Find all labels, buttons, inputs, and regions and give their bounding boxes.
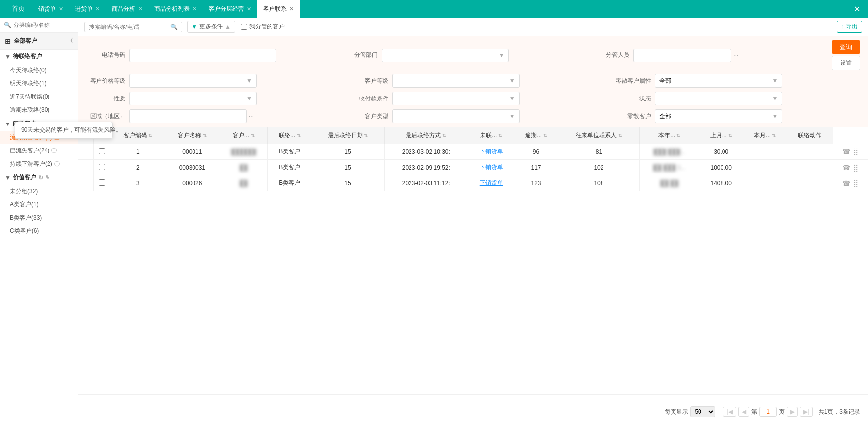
sidebar-item-declining[interactable]: 持续下滑客户(2) ⓘ [0,157,78,171]
row-checkbox[interactable] [99,148,105,154]
settings-button[interactable]: 设置 [832,56,860,70]
content-area: 🔍 ▼ 更多条件 ▲ 我分管的客户 ↑ 导出 [78,18,868,421]
chevron-down-icon: ▼ [772,95,778,102]
sidebar-item-today[interactable]: 今天待联络(0) [0,64,78,77]
row-last-contact-method[interactable]: 下销货单 [468,160,514,175]
nav-home[interactable]: 首页 [4,0,32,18]
main-search-input[interactable] [89,24,169,30]
refresh-icon[interactable]: ↻ [38,174,43,181]
nav-tab-5[interactable]: 客户联系 ✕ [257,0,300,18]
col-last-contact-date[interactable]: 最后联络日期 [312,127,384,144]
row-actions: ☎ ⣿ [833,144,868,160]
ellipsis-button[interactable]: ··· [733,52,738,59]
row-last-contact-method[interactable]: 下销货单 [468,144,514,160]
close-icon[interactable]: ✕ [193,6,197,12]
close-icon[interactable]: ✕ [59,6,63,12]
sidebar-item-churned[interactable]: 已流失客户(24) ⓘ [0,144,78,157]
close-icon[interactable]: ✕ [96,6,100,12]
sidebar-group-value[interactable]: ▼ 价值客户 ↻ ✎ [0,171,78,185]
dept-label: 分管部门 [338,51,378,59]
close-icon[interactable]: ✕ [289,6,294,12]
close-icon[interactable]: ✕ [138,6,143,12]
collapse-icon: 《 [67,37,73,45]
row-checkbox[interactable] [99,164,105,170]
sidebar-item-tomorrow[interactable]: 明天待联络(1) [0,77,78,90]
last-page-button[interactable]: ▶| [800,407,813,417]
chevron-down-icon: ▼ [246,77,252,84]
data-table-wrap: ⚙ 客户编码 客户名称 客户... 联络... 最后联络日期 最后联络方式 未联… [78,127,868,394]
col-linked-person[interactable]: 往来单位联系人 [558,127,640,144]
ellipsis-button[interactable]: ··· [249,113,254,120]
col-category[interactable]: 客户... [219,127,268,144]
contact-icon[interactable]: ☎ [842,164,850,172]
nav-tab-4[interactable]: 客户分层经营 ✕ [203,0,257,18]
row-checkbox[interactable] [99,179,105,186]
col-overdue[interactable]: 逾期... [514,127,558,144]
export-button[interactable]: ↑ 导出 [837,21,862,33]
more-action-icon[interactable]: ⣿ [853,179,858,187]
row-index: 3 [111,175,165,191]
col-unlinked-days[interactable]: 未联... [468,127,514,144]
zero-attr-select[interactable]: 全部 ▼ [655,74,782,88]
col-last-contact-method[interactable]: 最后联络方式 [384,127,468,144]
row-category: B类客户 [268,175,312,191]
sidebar-all-customers[interactable]: ⊞ 全部客户 《 [0,33,78,50]
region-input[interactable] [129,109,247,123]
col-last-month[interactable]: 上月... [699,127,743,144]
sidebar-search-input[interactable] [13,22,78,28]
row-contact-count: 15 [312,144,384,160]
payment-select[interactable]: ▼ [392,92,520,105]
next-page-button[interactable]: ▶ [787,407,798,417]
manager-input[interactable] [633,49,731,62]
sidebar-item-overdue-contact[interactable]: 逾期未联络(30) [0,103,78,117]
nav-tab-3[interactable]: 商品分析列表 ✕ [148,0,203,18]
more-conditions-button[interactable]: ▼ 更多条件 ▲ [187,21,235,33]
col-name[interactable]: 客户名称 [165,127,219,144]
contact-icon[interactable]: ☎ [842,148,850,155]
more-action-icon[interactable]: ⣿ [853,148,858,155]
first-page-button[interactable]: |◀ [723,407,736,417]
sidebar-item-ungrouped[interactable]: 未分组(32) [0,185,78,198]
page-number-input[interactable] [759,407,777,417]
col-cur-month[interactable]: 本月... [743,127,787,144]
prev-page-button[interactable]: ◀ [738,407,749,417]
query-button[interactable]: 查询 [832,40,860,54]
chevron-down-icon: ▼ [509,95,515,102]
page-size-label: 每页显示 [665,408,688,416]
pagination: 每页显示 50 100 200 |◀ ◀ 第 页 ▶ ▶| 共1页，3条记录 [78,402,868,421]
chevron-down-icon: ▼ [772,77,778,84]
nav-tab-0[interactable]: 销货单 ✕ [32,0,69,18]
phone-input[interactable] [129,49,276,62]
my-customers-checkbox[interactable] [241,24,247,30]
page-size-select[interactable]: 50 100 200 [690,406,715,417]
customer-type-select[interactable]: ▼ [392,109,520,123]
col-contact-count[interactable]: 联络... [268,127,312,144]
dept-select[interactable]: ▼ [382,49,509,62]
grade-select[interactable]: ▼ [392,74,520,88]
row-code: 000011 [165,144,219,160]
sidebar-item-class-a[interactable]: A类客户(1) [0,198,78,211]
sidebar-item-class-c[interactable]: C类客户(6) [0,224,78,238]
filter-row-1: 电话号码 分管部门 ▼ 分管人员 ··· [86,40,860,70]
window-close-button[interactable]: ✕ [850,4,864,14]
more-action-icon[interactable]: ⣿ [853,164,858,172]
sidebar-item-7days[interactable]: 近7天待联络(0) [0,90,78,103]
search-button[interactable]: 🔍 [170,24,178,30]
contact-icon[interactable]: ☎ [842,179,850,187]
col-year-amount[interactable]: 本年... [640,127,699,144]
sidebar-group-pending[interactable]: ▼ 待联络客户 [0,50,78,64]
price-grade-select[interactable]: ▼ [129,74,257,88]
nav-tab-2[interactable]: 商品分析 ✕ [106,0,148,18]
horizontal-scrollbar[interactable] [78,394,868,402]
sidebar-item-class-b[interactable]: B类客户(33) [0,211,78,224]
my-customers-checkbox-wrap[interactable]: 我分管的客户 [241,23,285,31]
nature-select[interactable]: ▼ [129,92,257,105]
row-last-contact-method[interactable]: 下销货单 [468,175,514,191]
close-icon[interactable]: ✕ [247,6,251,12]
nav-tab-1[interactable]: 进货单 ✕ [69,0,106,18]
row-index-cell [93,160,111,175]
zero-customer-select[interactable]: 全部 ▼ [655,109,782,123]
row-last-month [743,160,787,175]
edit-icon[interactable]: ✎ [45,174,50,181]
status-select[interactable]: ▼ [655,92,782,105]
